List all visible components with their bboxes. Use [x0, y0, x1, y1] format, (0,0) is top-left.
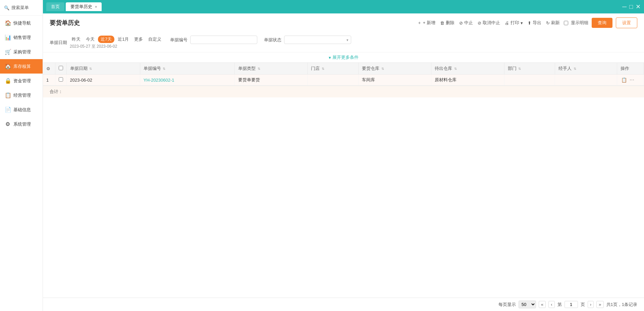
filter-row: 单据日期 昨天 今天 近7天 近1月 更多 自定义 2023-05-27 至 2…: [50, 32, 637, 52]
display-detail-toggle[interactable]: 显示明细: [564, 20, 588, 26]
sidebar-item-sales-mgmt[interactable]: 📊销售管理: [0, 30, 43, 45]
th-checkbox: [55, 63, 66, 75]
doc-status-filter-group: 单据状态: [264, 36, 351, 44]
date-more[interactable]: 更多: [132, 36, 145, 43]
doc-no-label: 单据编号: [170, 37, 187, 43]
tab-close-yaohuodan[interactable]: ×: [95, 5, 97, 9]
new-button[interactable]: ＋ + 新增: [417, 18, 436, 27]
th-store[interactable]: 门店 ⇅: [308, 63, 359, 75]
doc-no-link[interactable]: YH-20230602-1: [144, 78, 174, 83]
query-button[interactable]: 查询: [592, 18, 612, 28]
sys-mgmt-icon: ⚙: [5, 121, 11, 127]
th-doc-type[interactable]: 单据类型 ⇅: [235, 63, 308, 75]
th-dept[interactable]: 部门 ⇅: [504, 63, 555, 75]
date-today[interactable]: 今天: [84, 36, 97, 43]
minimize-button[interactable]: ─: [622, 3, 627, 10]
cell-doc-type: 要货单要货: [235, 75, 308, 86]
date-1month[interactable]: 近1月: [116, 36, 131, 43]
tab-home[interactable]: 首页: [46, 2, 64, 11]
display-detail-checkbox[interactable]: [564, 21, 568, 25]
last-page-button[interactable]: »: [596, 301, 603, 308]
sidebar-label-sales-mgmt: 销售管理: [13, 35, 31, 41]
export-icon: ⬆: [528, 20, 531, 26]
sidebar-item-ops-mgmt[interactable]: 📋经营管理: [0, 88, 43, 102]
print-button[interactable]: 🖨 打印 ▾: [504, 18, 524, 27]
sidebar-item-sys-mgmt[interactable]: ⚙系统管理: [0, 117, 43, 131]
sidebar-item-purchase-mgmt[interactable]: 🛒采购管理: [0, 45, 43, 59]
cell-pending-warehouse: 原材料仓库: [431, 75, 504, 86]
doc-status-select-wrapper: [284, 36, 351, 44]
expand-more-button[interactable]: ▾ 展开更多条件: [43, 52, 644, 62]
search-icon: 🔍: [4, 5, 9, 10]
page-title-row: 要货单历史 ＋ + 新增 🗑 删除 ⊘ 中止 ⊘: [50, 17, 637, 28]
date-custom[interactable]: 自定义: [146, 36, 163, 43]
edit-icon[interactable]: 📋: [621, 77, 627, 83]
sidebar-item-basic-info[interactable]: 📄基础信息: [0, 102, 43, 117]
refresh-button[interactable]: ↻ 刷新: [545, 18, 560, 27]
pagination: 每页显示 50 20 100 200 « ‹ 第 页 › » 共1页，1条记录: [43, 298, 644, 311]
basic-info-icon: 📄: [5, 106, 11, 113]
purchase-mgmt-icon: 🛒: [5, 49, 11, 55]
th-settings[interactable]: ⚙: [43, 63, 55, 75]
sidebar-label-basic-info: 基础信息: [13, 107, 31, 113]
sidebar-label-purchase-mgmt: 采购管理: [13, 49, 31, 55]
date-7days[interactable]: 近7天: [98, 36, 114, 43]
table-row: 1 2023-06-02 YH-20230602-1 要货单要货 车间库 原材料…: [43, 75, 644, 86]
cancel-stop-button[interactable]: ⊘ 取消中止: [477, 18, 501, 27]
cell-index: 1: [43, 75, 55, 86]
print-dropdown-icon: ▾: [521, 20, 523, 26]
th-pending-warehouse[interactable]: 待出仓库 ⇅: [431, 63, 504, 75]
content-area: 要货单历史 ＋ + 新增 🗑 删除 ⊘ 中止 ⊘: [43, 13, 644, 311]
doc-no-input[interactable]: [190, 36, 257, 44]
page-header: 要货单历史 ＋ + 新增 🗑 删除 ⊘ 中止 ⊘: [43, 13, 644, 63]
cell-handler: [555, 75, 617, 86]
new-icon: ＋: [417, 20, 422, 26]
fund-mgmt-icon: 🔒: [5, 78, 11, 84]
per-page-label: 每页显示: [498, 302, 516, 308]
date-quick-selects: 昨天 今天 近7天 近1月 更多 自定义: [70, 36, 163, 43]
window-controls: ─ □ ✕: [622, 3, 641, 10]
date-filter-group: 单据日期 昨天 今天 近7天 近1月 更多 自定义 2023-05-27 至 2…: [50, 36, 163, 49]
page-number-input[interactable]: [565, 301, 578, 308]
maximize-button[interactable]: □: [629, 3, 633, 10]
first-page-button[interactable]: «: [539, 301, 546, 308]
select-all-checkbox[interactable]: [59, 66, 63, 70]
sidebar-label-inventory: 库存核算: [13, 63, 31, 70]
settings-button[interactable]: 设置: [616, 17, 637, 28]
next-page-button[interactable]: ›: [588, 301, 594, 308]
table-header-row: ⚙ 单据日期 ⇅ 单据编号 ⇅ 单据类型 ⇅ 门店 ⇅ 要货仓库 ⇅ 待出仓库 …: [43, 63, 644, 75]
page-title: 要货单历史: [50, 19, 80, 27]
cell-store: [308, 75, 359, 86]
stop-button[interactable]: ⊘ 中止: [459, 18, 474, 27]
sidebar-item-fund-mgmt[interactable]: 🔒资金管理: [0, 74, 43, 88]
th-doc-no[interactable]: 单据编号 ⇅: [140, 63, 235, 75]
date-range-text: 2023-05-27 至 2023-06-02: [70, 44, 163, 49]
th-req-warehouse[interactable]: 要货仓库 ⇅: [359, 63, 431, 75]
th-handler[interactable]: 经手人 ⇅: [555, 63, 617, 75]
per-page-select[interactable]: 50 20 100 200: [519, 301, 536, 308]
th-date[interactable]: 单据日期 ⇅: [66, 63, 140, 75]
sidebar-label-ops-mgmt: 经营管理: [13, 92, 31, 98]
doc-status-select[interactable]: [284, 36, 351, 44]
more-ops-icon[interactable]: ⋯: [630, 77, 634, 83]
expand-icon: ▾: [329, 55, 331, 60]
sidebar-label-sys-mgmt: 系统管理: [13, 121, 31, 127]
close-button[interactable]: ✕: [636, 3, 641, 10]
refresh-icon: ↻: [546, 20, 550, 26]
cell-checkbox: [55, 75, 66, 86]
ops-mgmt-icon: 📋: [5, 92, 11, 98]
sidebar-label-fund-mgmt: 资金管理: [13, 78, 31, 84]
date-filter-options: 昨天 今天 近7天 近1月 更多 自定义 2023-05-27 至 2023-0…: [70, 36, 163, 49]
prev-page-button[interactable]: ‹: [548, 301, 554, 308]
cell-doc-no: YH-20230602-1: [140, 75, 235, 86]
table-wrapper: ⚙ 单据日期 ⇅ 单据编号 ⇅ 单据类型 ⇅ 门店 ⇅ 要货仓库 ⇅ 待出仓库 …: [43, 63, 644, 298]
delete-button[interactable]: 🗑 删除: [439, 18, 455, 27]
date-yesterday[interactable]: 昨天: [70, 36, 83, 43]
table-footer: 合计：: [43, 86, 644, 97]
sidebar-item-inventory[interactable]: 🏠库存核算: [0, 59, 43, 74]
export-button[interactable]: ⬆ 导出: [527, 18, 542, 27]
row-checkbox[interactable]: [59, 77, 63, 82]
sidebar-search[interactable]: 🔍 搜索菜单: [0, 0, 43, 16]
sidebar-item-quick-nav[interactable]: 🏠快捷导航: [0, 16, 43, 30]
tab-yaohuodan[interactable]: 要货单历史×: [66, 2, 102, 11]
